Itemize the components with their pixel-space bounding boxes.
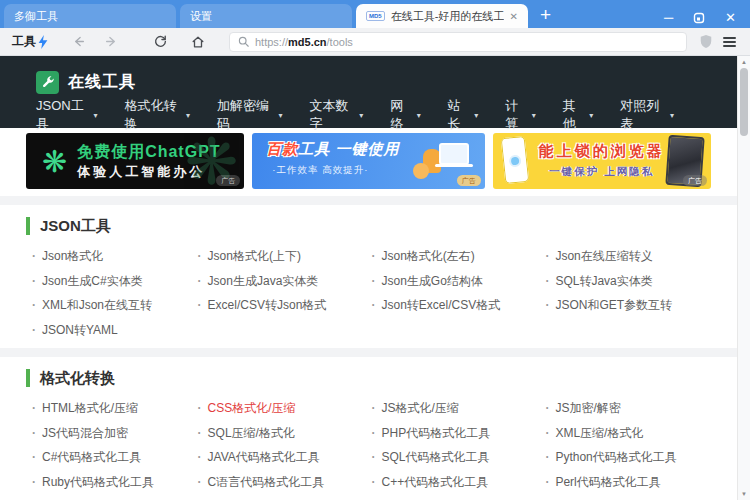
tool-link[interactable]: ·CSS格式化/压缩 [198,396,372,421]
tool-link[interactable]: ·XML和Json在线互转 [32,293,198,318]
tool-link[interactable]: ·VBScript格式化工具 [32,494,198,500]
nav-item-3[interactable]: 文本数字▾ [309,97,363,133]
nav-item-4[interactable]: 网络▾ [390,97,420,133]
nav-item-7[interactable]: 其他▾ [563,97,593,133]
minimize-button[interactable]: ─ [664,11,673,24]
tool-link[interactable]: ·XML压缩/格式化 [545,421,711,446]
tool-link[interactable]: ·Excel/CSV转Json格式 [198,293,372,318]
home-button[interactable] [191,35,205,49]
tool-link-label: JS格式化/压缩 [382,401,459,415]
section-divider [0,348,737,357]
tool-link[interactable]: ·C语言代码格式化工具 [198,470,372,495]
chevron-down-icon: ▾ [359,111,363,120]
tool-link[interactable]: ·Json格式化(左右) [372,244,546,269]
page-viewport: 在线工具 JSON工具▾格式化转换▾加解密编码▾文本数字▾网络▾站长▾计算▾其他… [0,56,750,500]
tool-link-label: Perl代码格式化工具 [555,475,660,489]
scrollbar-thumb[interactable] [740,68,748,136]
shield-icon[interactable] [699,34,713,49]
tool-link[interactable]: ·Ruby代码格式化工具 [32,470,198,495]
tool-link-label: Json格式化(左右) [382,249,475,263]
banner-tools[interactable]: 百款工具 一键使用 ·工作效率 高效提升· 广告 [252,133,484,189]
tool-link-label: Ruby代码格式化工具 [42,475,154,489]
hand-illustration [413,163,429,179]
tool-link[interactable]: ·JS代码混合加密 [32,421,198,446]
tool-link[interactable]: ·Json生成Java实体类 [198,269,372,294]
nav-item-5[interactable]: 站长▾ [448,97,478,133]
new-tab-button[interactable]: + [540,5,551,25]
tool-link[interactable]: ·JAVA代码格式化工具 [198,445,372,470]
tool-link[interactable]: ·Perl代码格式化工具 [545,470,711,495]
tool-link[interactable]: ·Json格式化(上下) [198,244,372,269]
tool-link[interactable]: ·Json在线压缩转义 [545,244,711,269]
tool-link[interactable]: ·PHP代码格式化工具 [372,421,546,446]
laptop-illustration [439,143,473,167]
browser-tab-active[interactable]: MD5 在线工具-好用的在线工具都... ✕ [356,4,528,28]
tool-link[interactable]: ·JS格式化/压缩 [372,396,546,421]
nav-item-1[interactable]: 格式化转换▾ [125,97,190,133]
tool-link-label: Json转Excel/CSV格式 [382,298,501,312]
bullet-icon: · [32,426,36,440]
menu-button[interactable] [723,37,736,47]
bullet-icon: · [545,298,549,312]
browser-tab-2[interactable]: 设置 [180,4,352,28]
section-divider [0,196,737,205]
bullet-icon: · [545,426,549,440]
forward-button[interactable] [105,35,118,48]
ad-badge: 广告 [683,175,707,186]
tab-close-icon[interactable]: ✕ [510,11,518,22]
tool-link[interactable]: ·JSON和GET参数互转 [545,293,711,318]
restore-button[interactable] [693,12,705,24]
tool-link-label: JSON和GET参数互转 [555,298,672,312]
tool-link[interactable]: ·Json格式化 [32,244,198,269]
tool-link[interactable]: ·HTML格式化/压缩 [32,396,198,421]
scroll-up-icon[interactable]: ▲ [738,59,750,65]
tool-link[interactable]: ·Python代码格式化工具 [545,445,711,470]
browser-tab-1[interactable]: 多御工具 [4,4,176,28]
nav-item-label: 其他 [563,97,585,133]
nav-item-label: 计算 [505,97,527,133]
browser-toolbar: 工具 https://md5.cn/tools [0,28,750,56]
tool-link[interactable]: ·Json转Excel/CSV格式 [372,293,546,318]
banner-browser[interactable]: 能上锁的浏览器 一键保护 上网隐私 广告 [493,133,711,189]
chevron-down-icon: ▾ [186,111,190,120]
refresh-button[interactable] [154,35,167,48]
scrollbar[interactable]: ▲ ▼ [737,56,750,500]
nav-item-label: 站长 [448,97,470,133]
bullet-icon: · [198,426,202,440]
wrench-icon [36,71,59,94]
scroll-down-icon[interactable]: ▼ [738,491,750,497]
close-window-button[interactable]: ✕ [725,11,736,24]
tool-link-label: Json在线压缩转义 [555,249,652,263]
tab-title: 在线工具-好用的在线工具都... [391,9,504,24]
tool-link[interactable]: ·Json生成C#实体类 [32,269,198,294]
bullet-icon: · [372,426,376,440]
tool-link[interactable]: ·JSON转YAML [32,318,198,343]
tool-link[interactable]: ·SQL代码格式化工具 [372,445,546,470]
tool-link-label: Excel/CSV转Json格式 [208,298,327,312]
tool-link-label: XML和Json在线互转 [42,298,152,312]
nav-item-0[interactable]: JSON工具▾ [36,97,98,133]
back-button[interactable] [72,35,85,48]
site-logo[interactable]: 在线工具 [36,66,701,98]
address-bar[interactable]: https://md5.cn/tools [229,32,687,52]
tool-link[interactable]: ·C#代码格式化工具 [32,445,198,470]
tool-link-label: Python代码格式化工具 [555,450,676,464]
url-host: md5.cn [288,36,327,48]
nav-item-8[interactable]: 对照列表▾ [620,97,674,133]
banner-chatgpt[interactable]: ❋ ❋ 免费使用ChatGPT 体验人工智能办公 广告 [26,133,244,189]
bullet-icon: · [198,450,202,464]
tool-link[interactable]: ·C++代码格式化工具 [372,470,546,495]
nav-item-2[interactable]: 加解密编码▾ [217,97,282,133]
phone-illustration [500,136,529,184]
url-text: https://md5.cn/tools [255,36,353,48]
tool-link[interactable]: ·SQL压缩/格式化 [198,421,372,446]
nav-item-6[interactable]: 计算▾ [505,97,535,133]
tool-link[interactable]: ·JS加密/解密 [545,396,711,421]
tool-link[interactable]: ·SQL转Java实体类 [545,269,711,294]
browser-titlebar: 多御工具 设置 MD5 在线工具-好用的在线工具都... ✕ + ─ ✕ [0,0,750,28]
tool-link[interactable]: ·Html转JS [198,494,372,500]
tool-link-label: SQL压缩/格式化 [208,426,295,440]
tool-link[interactable]: ·Json生成Go结构体 [372,269,546,294]
tool-link[interactable]: ·Html/JS互转 [372,494,546,500]
tool-link[interactable]: ·Html转义工具 [545,494,711,500]
